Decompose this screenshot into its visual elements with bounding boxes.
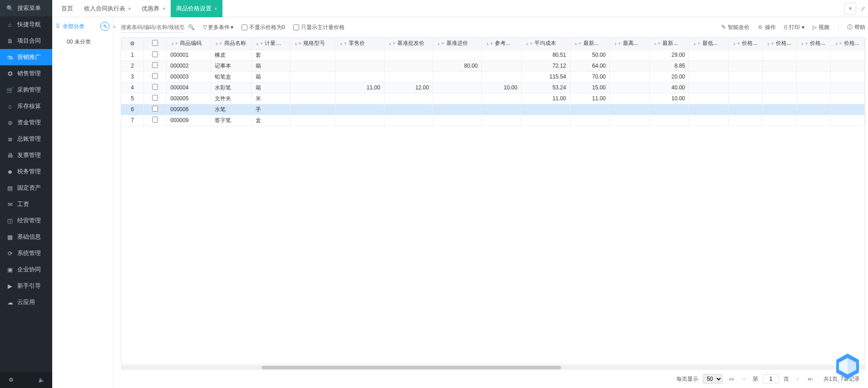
- tab-0[interactable]: 首页: [56, 0, 79, 17]
- smart-price-button[interactable]: ✎智能改价: [721, 24, 750, 31]
- row-checkbox[interactable]: [152, 106, 158, 112]
- sound-icon[interactable]: 🔈: [38, 376, 45, 383]
- close-icon[interactable]: ×: [162, 6, 165, 11]
- row-checkbox[interactable]: [152, 95, 158, 101]
- sort-icon[interactable]: ▲▼: [800, 41, 809, 46]
- table-row[interactable]: 2000002记事本箱80.0072.1264.008.85: [121, 60, 865, 71]
- fullscreen-icon[interactable]: ⤢: [861, 5, 865, 12]
- sidebar-item-10[interactable]: ☻税务管理: [0, 163, 52, 180]
- edit-category-icon[interactable]: ✎: [100, 22, 109, 31]
- column-header[interactable]: ▲▼平均成本: [521, 38, 570, 49]
- column-header[interactable]: ▲▼价格...: [830, 38, 864, 49]
- more-conditions[interactable]: ▽ 更多条件 ▾: [203, 24, 233, 31]
- column-header[interactable]: ▲▼价格...: [729, 38, 763, 49]
- column-header[interactable]: ▲▼价格...: [797, 38, 831, 49]
- sort-icon[interactable]: ▲▼: [294, 41, 302, 46]
- sort-icon[interactable]: ▲▼: [834, 41, 843, 46]
- video-button[interactable]: ▷视频: [813, 24, 829, 31]
- sidebar-item-2[interactable]: 🗎项目合同: [0, 33, 52, 49]
- sidebar-item-11[interactable]: ▤固定资产: [0, 180, 52, 196]
- sort-icon[interactable]: ▲▼: [525, 41, 533, 46]
- sidebar-item-16[interactable]: ▣企业协同: [0, 261, 52, 278]
- sort-icon[interactable]: ▲▼: [256, 41, 264, 46]
- first-page-icon[interactable]: ⏮: [727, 375, 735, 383]
- table-row[interactable]: 7000009签字笔盒: [121, 115, 865, 126]
- sort-icon[interactable]: ▲▼: [613, 41, 621, 46]
- settings-icon[interactable]: ⚙: [7, 376, 15, 383]
- sort-icon[interactable]: ▲▼: [653, 41, 661, 46]
- assistant-fab[interactable]: [835, 353, 860, 380]
- table-row[interactable]: 5000005文件夹米11.0011.0010.00: [121, 93, 865, 104]
- column-header[interactable]: ▲▼规格型号: [290, 38, 335, 49]
- sidebar-item-12[interactable]: ✉工资: [0, 196, 52, 212]
- close-icon[interactable]: ×: [214, 6, 217, 11]
- row-checkbox[interactable]: [152, 51, 158, 57]
- column-header[interactable]: ▲▼最新...: [570, 38, 609, 49]
- column-header[interactable]: ▲▼最高...: [610, 38, 649, 49]
- column-header[interactable]: ▲▼商品名称: [211, 38, 252, 49]
- column-header[interactable]: ⚙: [121, 38, 144, 49]
- table-row[interactable]: 4000004水彩笔箱11.0012.0010.0053.2415.0040.0…: [121, 82, 865, 93]
- tab-1[interactable]: 收入合同执行表×: [79, 0, 136, 17]
- sort-icon[interactable]: ▲▼: [766, 41, 774, 46]
- column-header[interactable]: ▲▼零售价: [335, 38, 384, 49]
- sort-icon[interactable]: ▲▼: [574, 41, 582, 46]
- tree-node[interactable]: 00 未分类: [56, 35, 109, 49]
- operations-button[interactable]: ⛭操作: [758, 24, 776, 31]
- row-checkbox[interactable]: [152, 84, 158, 90]
- close-all-tabs-icon[interactable]: ×: [844, 3, 856, 15]
- print-button[interactable]: ⎙打印▾: [784, 24, 804, 31]
- page-input[interactable]: [763, 374, 779, 383]
- sidebar-item-9[interactable]: 🖷发票管理: [0, 147, 52, 163]
- help-button[interactable]: ⓘ帮助: [847, 24, 865, 31]
- main-unit-only-checkbox[interactable]: 只显示主计量价格: [293, 24, 345, 31]
- sort-icon[interactable]: ▲▼: [215, 41, 223, 46]
- sort-icon[interactable]: ▲▼: [485, 41, 493, 46]
- table-row[interactable]: 1000001橡皮套80.5150.0029.00: [121, 49, 865, 60]
- last-page-icon[interactable]: ⏭: [806, 375, 814, 383]
- sidebar-item-15[interactable]: ⟳系统管理: [0, 245, 52, 261]
- collapse-tree-icon[interactable]: «: [111, 17, 118, 388]
- close-icon[interactable]: ×: [128, 6, 131, 11]
- row-checkbox[interactable]: [152, 73, 158, 79]
- sidebar-item-6[interactable]: ⌂库存核算: [0, 98, 52, 114]
- sidebar-item-8[interactable]: ≣总账管理: [0, 131, 52, 147]
- sidebar-item-3[interactable]: 🛍营销推广: [0, 49, 52, 65]
- sidebar-item-17[interactable]: ▶新手引导: [0, 278, 52, 294]
- per-page-select[interactable]: 50: [703, 374, 723, 384]
- column-header[interactable]: ▲▼最低...: [689, 38, 729, 49]
- table-row[interactable]: 6000006水笔手: [121, 104, 865, 115]
- column-header[interactable]: ▲▼价格...: [763, 38, 797, 49]
- sort-icon[interactable]: ▲▼: [388, 41, 396, 46]
- sort-icon[interactable]: ▲▼: [339, 41, 347, 46]
- sidebar-item-13[interactable]: ◫经营管理: [0, 212, 52, 229]
- hide-zero-checkbox[interactable]: 不显示价格为0: [242, 24, 285, 31]
- horizontal-scrollbar[interactable]: [121, 365, 865, 370]
- select-all-checkbox[interactable]: [152, 40, 158, 46]
- all-categories[interactable]: 全部分类: [63, 23, 84, 30]
- column-header[interactable]: ▲▼最新...: [649, 38, 689, 49]
- table-row[interactable]: 3000003铅笔盒箱115.5470.0020.00: [121, 71, 865, 82]
- sort-icon[interactable]: ▲▼: [693, 41, 701, 46]
- column-header[interactable]: ▲▼商品编码: [167, 38, 211, 49]
- sort-icon[interactable]: ▲▼: [732, 41, 740, 46]
- row-checkbox[interactable]: [152, 62, 158, 68]
- prev-page-icon[interactable]: ‹: [740, 375, 748, 383]
- tab-2[interactable]: 优惠券×: [136, 0, 170, 17]
- sidebar-item-18[interactable]: ☁云应用: [0, 294, 52, 310]
- column-header[interactable]: ▲▼计量单位...: [252, 38, 290, 49]
- sidebar-item-14[interactable]: ▦基础信息: [0, 229, 52, 245]
- search-icon[interactable]: 🔍: [188, 24, 195, 30]
- sidebar-item-0[interactable]: 🔍搜索菜单: [0, 0, 52, 16]
- tab-3[interactable]: 商品价格设置×: [171, 0, 222, 17]
- column-header[interactable]: ▲▼参考...: [482, 38, 521, 49]
- sidebar-item-4[interactable]: ✪销售管理: [0, 65, 52, 82]
- sidebar-item-7[interactable]: ⊚资金管理: [0, 114, 52, 131]
- sidebar-item-5[interactable]: 🛒采购管理: [0, 82, 52, 98]
- sort-icon[interactable]: ▲▼: [170, 41, 178, 46]
- sort-icon[interactable]: ▲▼: [437, 41, 445, 46]
- next-page-icon[interactable]: ›: [794, 375, 802, 383]
- sidebar-item-1[interactable]: ⌂快捷导航: [0, 16, 52, 33]
- column-header[interactable]: ▲▼基准批发价: [384, 38, 433, 49]
- search-input[interactable]: [121, 22, 184, 33]
